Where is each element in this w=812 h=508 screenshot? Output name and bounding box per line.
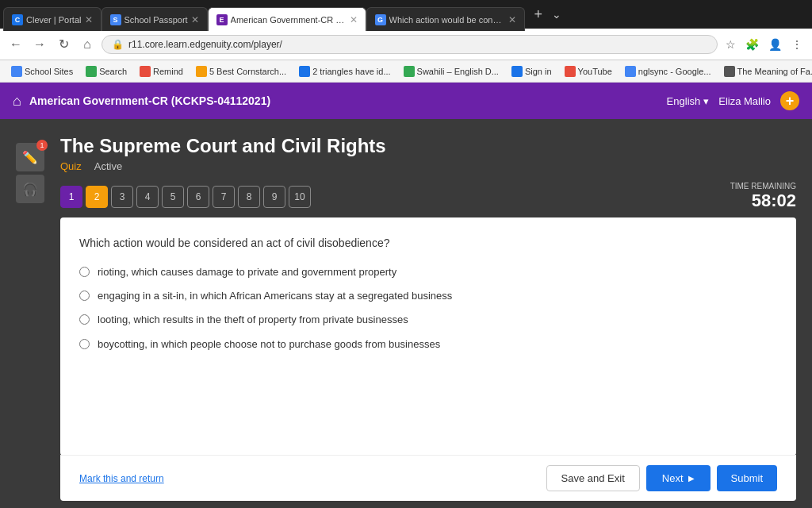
tab-which-action[interactable]: G Which action would be consi... ✕ <box>366 7 525 31</box>
url-text: r11.core.learn.edgenuity.com/player/ <box>128 39 707 50</box>
timer-label: TIME REMAINING <box>730 182 796 190</box>
tab-close-passport[interactable]: ✕ <box>191 14 199 25</box>
tab-close-clever[interactable]: ✕ <box>85 14 93 25</box>
bookmark-school-sites[interactable]: School Sites <box>6 64 78 79</box>
quiz-meta: Quiz Active <box>60 160 796 172</box>
question-number-5[interactable]: 5 <box>162 186 184 208</box>
question-number-6[interactable]: 6 <box>187 186 209 208</box>
back-button[interactable]: ← <box>6 37 25 52</box>
tab-close-american-gov[interactable]: ✕ <box>350 14 358 25</box>
pencil-icon: ✏️ <box>22 150 38 165</box>
home-icon[interactable]: ⌂ <box>13 93 21 110</box>
tab-title-passport: School Passport <box>124 15 188 25</box>
bookmark-youtube[interactable]: YouTube <box>560 64 617 79</box>
quiz-title: The Supreme Court and Civil Rights <box>60 135 796 157</box>
question-numbers: 1 2 3 4 5 6 7 8 9 10 <box>60 186 311 208</box>
refresh-button[interactable]: ↻ <box>54 37 73 52</box>
answer-options: rioting, which causes damage to private … <box>79 265 777 352</box>
bookmark-signin[interactable]: Sign in <box>507 64 557 79</box>
bookmarks-bar: School Sites Search Remind 5 Best Cornst… <box>0 60 812 83</box>
answer-option-2[interactable]: engaging in a sit-in, in which African A… <box>79 289 777 303</box>
footer-actions: Save and Exit Next Submit <box>546 465 777 491</box>
mark-return-link[interactable]: Mark this and return <box>79 473 164 484</box>
address-bar: ← → ↻ ⌂ 🔒 r11.core.learn.edgenuity.com/p… <box>0 29 812 60</box>
tab-clever-portal[interactable]: C Clever | Portal ✕ <box>3 7 102 31</box>
next-button[interactable]: Next <box>646 465 710 491</box>
question-nav-row: 1 2 3 4 5 6 7 8 9 10 TIME REMAINING 58:0… <box>60 182 796 211</box>
extensions-button[interactable]: 🧩 <box>742 37 762 52</box>
bookmark-remind[interactable]: Remind <box>135 64 188 79</box>
question-number-7[interactable]: 7 <box>213 186 235 208</box>
headphone-icon: 🎧 <box>22 182 38 197</box>
question-number-4[interactable]: 4 <box>136 186 159 208</box>
tool-badge: 1 <box>36 140 48 151</box>
pencil-tool-button[interactable]: ✏️ 1 <box>16 143 44 171</box>
home-button[interactable]: ⌂ <box>78 37 97 52</box>
tab-title-clever: Clever | Portal <box>26 15 82 25</box>
quiz-panel: The Supreme Court and Civil Rights Quiz … <box>60 135 796 501</box>
main-content: ✏️ 1 🎧 The Supreme Court and Civil Right… <box>0 119 812 508</box>
answer-option-3[interactable]: looting, which results in the theft of p… <box>79 313 777 327</box>
profile-button[interactable]: 👤 <box>765 37 785 52</box>
question-number-2[interactable]: 2 <box>86 186 108 208</box>
tab-overflow-button[interactable]: ⌄ <box>549 8 565 21</box>
lock-icon: 🔒 <box>112 39 124 50</box>
sidebar-tools: ✏️ 1 🎧 <box>16 135 44 501</box>
bookmark-triangles[interactable]: 2 triangles have id... <box>294 64 395 79</box>
quiz-header: The Supreme Court and Civil Rights Quiz … <box>60 135 796 172</box>
url-bar[interactable]: 🔒 r11.core.learn.edgenuity.com/player/ <box>102 35 718 54</box>
radio-opt1[interactable] <box>79 267 90 277</box>
answer-label-2: engaging in a sit-in, in which African A… <box>98 289 452 303</box>
timer-value: 58:02 <box>730 190 796 211</box>
save-exit-button[interactable]: Save and Exit <box>546 465 640 491</box>
bookmark-swahili[interactable]: Swahili – English D... <box>399 64 504 79</box>
radio-opt2[interactable] <box>79 291 90 301</box>
question-number-8[interactable]: 8 <box>238 186 260 208</box>
question-number-3[interactable]: 3 <box>111 186 133 208</box>
question-number-9[interactable]: 9 <box>263 186 285 208</box>
language-selector[interactable]: English ▾ <box>667 95 710 107</box>
submit-button[interactable]: Submit <box>717 465 777 491</box>
user-name: Eliza Mallio <box>718 95 771 107</box>
tab-school-passport[interactable]: S School Passport ✕ <box>102 7 208 31</box>
answer-option-4[interactable]: boycotting, in which people choose not t… <box>79 337 777 352</box>
add-button[interactable]: + <box>780 91 799 110</box>
quiz-label: Quiz <box>60 160 82 172</box>
headphone-tool-button[interactable]: 🎧 <box>16 175 44 203</box>
card-footer: Mark this and return Save and Exit Next … <box>60 455 796 501</box>
answer-option-1[interactable]: rioting, which causes damage to private … <box>79 265 777 279</box>
bookmark-button[interactable]: ☆ <box>722 37 739 52</box>
language-label: English <box>667 95 701 107</box>
answer-label-3: looting, which results in the theft of p… <box>98 313 408 327</box>
new-tab-button[interactable]: + <box>531 6 546 23</box>
bookmark-cornstarch[interactable]: 5 Best Cornstarch... <box>191 64 291 79</box>
tab-american-gov[interactable]: E American Government-CR (K... ✕ <box>208 7 366 31</box>
question-number-10[interactable]: 10 <box>289 186 311 208</box>
tab-title-american-gov: American Government-CR (K... <box>231 15 347 25</box>
tab-title-which-action: Which action would be consi... <box>389 15 505 25</box>
timer-box: TIME REMAINING 58:02 <box>730 182 796 211</box>
forward-button[interactable]: → <box>30 37 49 52</box>
question-card: Which action would be considered an act … <box>60 217 796 501</box>
course-title: American Government-CR (KCKPS-04112021) <box>29 94 270 107</box>
tab-close-which-action[interactable]: ✕ <box>508 14 516 25</box>
answer-label-4: boycotting, in which people choose not t… <box>98 337 440 352</box>
radio-opt4[interactable] <box>79 339 90 349</box>
answer-label-1: rioting, which causes damage to private … <box>98 265 396 279</box>
bookmark-meaning[interactable]: The Meaning of Fa... <box>719 64 812 79</box>
menu-button[interactable]: ⋮ <box>788 37 806 52</box>
chevron-down-icon: ▾ <box>703 95 709 107</box>
quiz-status: Active <box>94 160 122 172</box>
bookmark-search[interactable]: Search <box>81 64 132 79</box>
question-text: Which action would be considered an act … <box>79 237 777 249</box>
tab-bar: C Clever | Portal ✕ S School Passport ✕ … <box>0 0 812 29</box>
app-header: ⌂ American Government-CR (KCKPS-04112021… <box>0 83 812 119</box>
bookmark-nglsync[interactable]: nglsync - Google... <box>620 64 716 79</box>
question-number-1[interactable]: 1 <box>60 186 82 208</box>
radio-opt3[interactable] <box>79 314 90 325</box>
